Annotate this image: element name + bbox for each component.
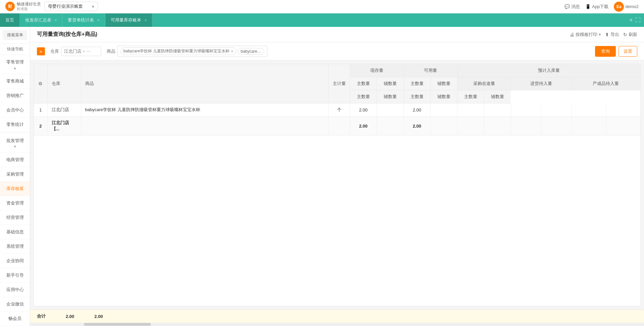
refresh-label: 刷新 <box>629 32 637 38</box>
row-1-incoming-main <box>511 103 541 117</box>
th-product: 商品 <box>81 64 328 103</box>
search-menu-button[interactable]: 搜索菜单 <box>3 30 27 40</box>
sidebar-item-marketing-label: 营销推广 <box>6 93 24 99</box>
export-button[interactable]: ⬆ 导出 <box>605 32 619 38</box>
sidebar-item-marketing[interactable]: 营销推广 <box>0 89 30 103</box>
sidebar-item-wholesale-mgmt[interactable]: 批发管理 ▼ <box>0 134 30 153</box>
account-selector-label: 母婴行业演示账套 <box>48 3 83 9</box>
sidebar-item-member-center[interactable]: 会员中心 <box>0 103 30 118</box>
product-tag-1-remove[interactable]: × <box>231 49 233 54</box>
gear-icon[interactable]: ⚙ <box>38 81 43 86</box>
fullscreen-button[interactable]: ⛶ <box>635 17 641 23</box>
page-header-actions: 🖨 按模板打印 ▾ ⬆ 导出 ↻ 刷新 <box>570 32 637 38</box>
sidebar-item-retail-mall-label: 零售商城 <box>6 78 24 84</box>
warehouse-filter-input[interactable]: 江北门店 × ··· <box>61 47 101 56</box>
row-2-warehouse: 江北门店【... <box>47 117 81 136</box>
sidebar-item-retail-stats[interactable]: 零售统计 <box>0 118 30 132</box>
sidebar-item-member-center-label: 会员中心 <box>6 107 24 113</box>
logo-area: 财 畅捷通好生意 标准版 <box>5 2 41 11</box>
tab-receive-summary[interactable]: 收发存汇总表 × <box>20 13 62 27</box>
logo-text: 畅捷通好生意 <box>17 2 41 6</box>
refresh-button[interactable]: ↻ 刷新 <box>623 32 637 38</box>
warehouse-ellipsis[interactable]: ··· <box>86 48 91 54</box>
sidebar-item-enterprise-collab[interactable]: 企业协同 <box>0 254 30 268</box>
th-current-aux: 辅数量 <box>377 77 404 90</box>
sidebar-item-purchase-mgmt[interactable]: 采购管理 <box>0 167 30 182</box>
sidebar-item-wholesale-mgmt-label: 批发管理 <box>6 138 24 144</box>
sidebar-item-basic-info[interactable]: 基础信息 <box>0 225 30 239</box>
top-bar-left: 财 畅捷通好生意 标准版 母婴行业演示账套 ▾ <box>5 2 98 11</box>
sidebar-item-member[interactable]: 畅会员 <box>0 312 30 326</box>
chevron-down-icon: ▾ <box>92 4 94 9</box>
chevron-icon: ▲ <box>13 66 17 70</box>
row-2-purchase-transit-main <box>457 117 484 136</box>
tab-receive-summary-close[interactable]: × <box>55 18 57 22</box>
account-selector[interactable]: 母婴行业演示账套 ▾ <box>44 2 98 11</box>
export-icon: ⬆ <box>605 32 609 37</box>
summary-current-main: 2.00 <box>66 314 74 319</box>
tab-home[interactable]: 首页 <box>0 13 20 27</box>
sidebar-item-retail-stats-label: 零售统计 <box>6 122 24 128</box>
product-filter-label: 商品 <box>107 48 115 54</box>
filter-bar: » 仓库 江北门店 × ··· 商品 babycare学饮杯 儿童防摔防撞吸管杯… <box>30 42 644 60</box>
filter-toggle-button[interactable]: » <box>37 47 45 55</box>
app-download-button[interactable]: 📱 App下载 <box>585 4 608 10</box>
row-2-no: 2 <box>34 117 47 136</box>
row-1-purchase-transit-main <box>457 103 484 117</box>
sidebar-item-retail-mgmt[interactable]: 零售管理 ▲ <box>0 55 30 74</box>
message-button[interactable]: 💬 消息 <box>565 4 580 10</box>
query-button[interactable]: 查询 <box>595 46 616 57</box>
logo-sub: 标准版 <box>17 6 41 11</box>
sidebar-divider-1 <box>0 133 30 133</box>
summary-available-main: 2.00 <box>94 314 103 319</box>
chevron-down-icon: ▼ <box>13 145 17 148</box>
tab-available-stock[interactable]: 可用量库存账本 × <box>105 13 152 27</box>
sidebar-item-operations-mgmt[interactable]: 经营管理 <box>0 211 30 225</box>
horizontal-scrollbar[interactable] <box>30 323 644 326</box>
summary-label: 合计 <box>37 313 46 319</box>
user-profile-button[interactable]: Ea demo2 <box>614 2 639 12</box>
sidebar-item-ecommerce-mgmt-label: 电商管理 <box>6 157 24 163</box>
sidebar-search-area: 搜索菜单 <box>0 27 30 44</box>
sidebar-item-system-mgmt[interactable]: 系统管理 <box>0 239 30 254</box>
sidebar-item-app-center[interactable]: 应用中心 <box>0 283 30 297</box>
print-button[interactable]: 🖨 按模板打印 ▾ <box>570 32 601 38</box>
row-2-incoming-main <box>511 117 541 136</box>
sidebar-item-new-guide[interactable]: 新手引导 <box>0 268 30 283</box>
sidebar-quick-nav[interactable]: 快捷导航 <box>0 44 30 55</box>
avatar: Ea <box>614 2 624 12</box>
user-label: demo2 <box>625 4 639 9</box>
sidebar-item-enterprise-wechat-label: 企业微信 <box>6 301 24 307</box>
sidebar-item-inventory-check[interactable]: 库存核算 <box>0 182 30 196</box>
inventory-table: ⚙ 仓库 商品 主计量 现存量 可用量 预计入库量 主数量 辅数量 主数量 辅数… <box>34 64 640 136</box>
sidebar-item-operations-mgmt-label: 经营管理 <box>6 215 24 221</box>
sidebar-item-retail-mall[interactable]: 零售商城 <box>0 74 30 89</box>
sidebar-item-app-center-label: 应用中心 <box>6 287 24 293</box>
row-1-incoming-aux <box>541 103 571 117</box>
sidebar-item-ecommerce-mgmt[interactable]: 电商管理 <box>0 153 30 167</box>
sidebar-item-finance-mgmt-label: 资金管理 <box>6 200 24 206</box>
printer-icon: 🖨 <box>570 32 574 37</box>
scrollbar-thumb[interactable] <box>84 323 151 326</box>
close-all-tabs-button[interactable]: × <box>630 17 633 23</box>
tab-available-stock-close[interactable]: × <box>145 18 147 22</box>
sidebar-item-enterprise-wechat[interactable]: 企业微信 <box>0 297 30 312</box>
warehouse-remove-icon[interactable]: × <box>83 49 85 53</box>
row-2-available-main: 2.00 <box>404 117 430 136</box>
filter-actions: 查询 设置 <box>595 46 637 57</box>
sidebar-item-purchase-mgmt-label: 采购管理 <box>6 171 24 177</box>
product-filter-input[interactable]: babycare学饮杯 儿童防摔防撞吸管杯重力球吸嘴杯宝宝水杯 × babyca… <box>117 46 267 57</box>
logo-text-area: 畅捷通好生意 标准版 <box>17 2 41 11</box>
tab-order-stats[interactable]: 要货单统计表 × <box>62 13 105 27</box>
nav-tabs: 首页 收发存汇总表 × 要货单统计表 × 可用量库存账本 × × ⛶ <box>0 13 644 27</box>
table-row: 2 江北门店【... 2.00 2.00 <box>34 117 640 136</box>
th-available-aux: 辅数量 <box>430 77 457 90</box>
th-incoming-main: 主数量 <box>404 90 430 103</box>
sidebar-item-system-mgmt-label: 系统管理 <box>6 243 24 249</box>
refresh-icon: ↻ <box>623 32 627 37</box>
settings-button[interactable]: 设置 <box>619 46 637 57</box>
th-current-stock-group: 现存量 <box>350 64 404 77</box>
tab-order-stats-close[interactable]: × <box>97 18 99 22</box>
th-gear[interactable]: ⚙ <box>34 64 47 103</box>
sidebar-item-finance-mgmt[interactable]: 资金管理 <box>0 196 30 211</box>
